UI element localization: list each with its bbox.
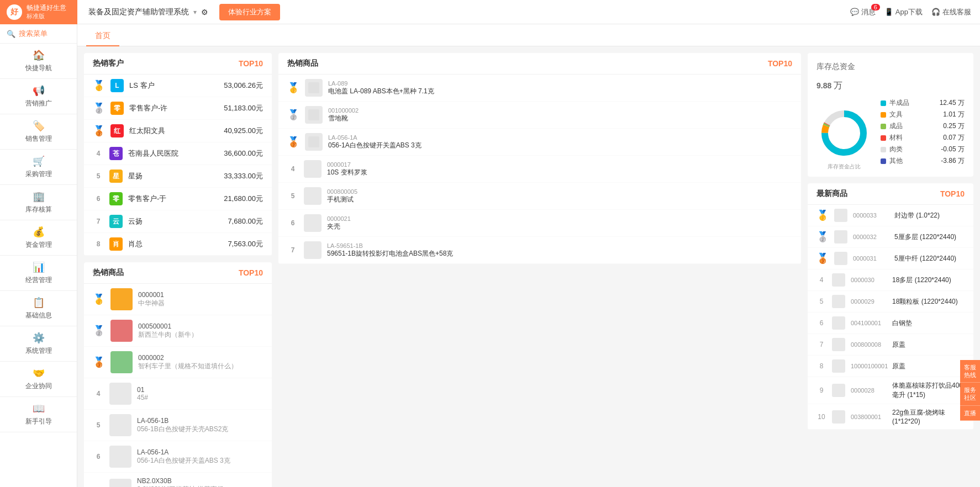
legend-color xyxy=(881,112,886,118)
legend-value: 1.01 万 xyxy=(934,110,965,119)
product-code: 0000032 xyxy=(853,234,889,240)
table-row: 🥇 L LS 客户 53,006.26元 xyxy=(84,75,272,97)
product-name: 智利车子里（规格不知道填什么） xyxy=(138,362,263,371)
product-top10-label: TOP10 xyxy=(768,59,792,68)
rank-number: 5 xyxy=(816,298,826,305)
logo-area: 好 畅捷通好生意 标准版 xyxy=(0,0,77,24)
product-thumbnail xyxy=(304,160,322,178)
legend-label: 成品 xyxy=(889,121,931,131)
product-name: 056-1B白色按键开关壳ABS2克 xyxy=(137,425,263,434)
customer-name: 零售客户-许 xyxy=(129,103,218,113)
list-item: 9 0000028 体脆嘉核味苏打饮品400毫升 (1*15) xyxy=(808,377,973,404)
table-row: 4 苍 苍南县人民医院 36,600.00元 xyxy=(84,142,272,165)
sidebar-item-cooperation[interactable]: 🤝 企业协同 xyxy=(0,362,77,397)
product-name: 2.0X30MM双搓花轴.搓花直径2.1MM/ROHS xyxy=(137,485,263,487)
service-community-button[interactable]: 服务社区 xyxy=(960,383,980,406)
product-code: 000500001 xyxy=(138,322,263,330)
gear-icon[interactable]: ⚙ xyxy=(201,8,208,17)
list-item: 6 004100001 白钢垫 xyxy=(808,313,973,334)
product-code: 003800001 xyxy=(851,414,887,420)
live-button[interactable]: 直播 xyxy=(960,406,980,421)
product-thumbnail xyxy=(305,133,323,151)
product-thumbnail xyxy=(832,295,845,308)
dropdown-arrow-icon[interactable]: ▾ xyxy=(193,8,197,16)
list-item: 5 0000029 18颗粒板 (1220*2440) xyxy=(808,291,973,313)
rank-number: 6 xyxy=(816,319,826,327)
table-row: 5 星 星扬 33,333.00元 xyxy=(84,165,272,188)
bronze-medal-icon: 🥉 xyxy=(93,356,105,368)
inventory-unit: 万 xyxy=(834,80,842,92)
product-thumbnail xyxy=(832,359,845,373)
sidebar-item-inventory[interactable]: 🏢 库存核算 xyxy=(0,185,77,220)
donut-chart: 库存资金占比 xyxy=(816,105,872,161)
list-item: 6 LA-056-1A 056-1A白色按键开关盖ABS 3克 xyxy=(84,441,272,473)
tab-home[interactable]: 首页 xyxy=(86,24,119,46)
product-code: 004100001 xyxy=(851,320,887,326)
sidebar-item-operations[interactable]: 📊 经营管理 xyxy=(0,256,77,291)
list-item: 8 10000100001 原盖 xyxy=(808,356,973,377)
product-ranking-header: 热销商品 TOP10 xyxy=(278,53,801,75)
app-download-button[interactable]: 📱 App下载 xyxy=(884,7,923,17)
product-code: 0000029 xyxy=(851,298,887,305)
sidebar-item-purchase[interactable]: 🛒 采购管理 xyxy=(0,150,77,185)
legend-item: 半成品 12.45 万 xyxy=(881,98,965,108)
sidebar-item-guide[interactable]: 📖 新手引导 xyxy=(0,397,77,432)
product-name: 手机测试 xyxy=(327,195,792,204)
message-button[interactable]: 💬 消息 6 xyxy=(850,7,876,17)
sidebar-item-quick-nav[interactable]: 🏠 快捷导航 xyxy=(0,44,77,79)
product-name: 5厘中纤 (1220*2440) xyxy=(894,254,965,263)
table-row: 7 云 云扬 7,680.00元 xyxy=(84,210,272,233)
sidebar-item-finance[interactable]: 💰 资金管理 xyxy=(0,220,77,256)
product-name: 中华神器 xyxy=(138,299,263,308)
legend-item: 肉类 -0.05 万 xyxy=(881,145,965,154)
customer-badge: 云 xyxy=(109,215,123,228)
table-row: 4 0000017 10S 变料罗浆 xyxy=(278,156,801,183)
rank-number: 6 xyxy=(93,195,104,203)
product-thumbnail xyxy=(109,479,131,488)
logo-icon: 好 xyxy=(7,4,22,20)
online-service-button[interactable]: 🎧 在线客服 xyxy=(931,7,971,17)
inventory-title: 库存总资金 xyxy=(816,62,965,72)
float-buttons: 客服热线 服务社区 直播 xyxy=(960,360,980,421)
customer-amount: 36,600.00元 xyxy=(224,149,263,158)
product-name: 新西兰牛肉（新牛） xyxy=(138,330,263,340)
table-row: 🥇 LA-089 电池盖 LA-089 ABS本色+黑种 7.1克 xyxy=(278,75,801,102)
search-icon: 🔍 xyxy=(7,30,15,38)
product-code: 0000002 xyxy=(138,354,263,362)
legend-item: 其他 -3.86 万 xyxy=(881,156,965,166)
rank-number: 7 xyxy=(287,246,298,254)
table-row: 🥉 红 红太阳文具 40,925.00元 xyxy=(84,120,272,142)
nav-tabs: 首页 xyxy=(77,24,980,46)
sidebar-item-basic[interactable]: 📋 基础信息 xyxy=(0,291,77,326)
list-item: 5 LA-056-1B 056-1B白色按键开关壳ABS2克 xyxy=(84,410,272,441)
product-code: 0000033 xyxy=(853,212,889,219)
list-item: 7 NB2.0X30B 2.0X30MM双搓花轴.搓花直径2.1MM/ROHS xyxy=(84,473,272,487)
trial-button[interactable]: 体验行业方案 xyxy=(219,4,280,20)
sidebar-item-sales[interactable]: 🏷️ 销售管理 xyxy=(0,114,77,150)
list-item: 🥉 0000002 智利车子里（规格不知道填什么） xyxy=(84,347,272,378)
silver-medal-icon: 🥈 xyxy=(93,102,105,114)
sidebar-item-marketing[interactable]: 📢 营销推广 xyxy=(0,79,77,114)
customer-service-button[interactable]: 客服热线 xyxy=(960,360,980,383)
gold-medal-icon: 🥇 xyxy=(287,82,299,94)
customer-name: 零售客户-于 xyxy=(128,194,218,204)
product-thumbnail xyxy=(304,187,322,205)
hot-products-header: 热销商品 TOP10 xyxy=(84,262,272,284)
legend-area: 半成品 12.45 万 文具 1.01 万 成品 0.25 万 xyxy=(881,98,965,168)
legend-label: 文具 xyxy=(889,110,931,119)
product-code: 10000100001 xyxy=(851,363,887,369)
gold-medal-icon: 🥇 xyxy=(816,209,829,221)
product-thumbnail xyxy=(304,241,322,259)
legend-value: 0.25 万 xyxy=(934,121,965,131)
customer-badge: 苍 xyxy=(109,147,123,160)
legend-color xyxy=(881,100,886,106)
legend-label: 其他 xyxy=(889,156,931,166)
search-menu-button[interactable]: 🔍 搜索菜单 xyxy=(0,24,77,44)
newest-products-title: 最新商品 xyxy=(816,189,847,199)
customer-badge: L xyxy=(110,79,124,92)
product-thumbnail xyxy=(832,384,845,397)
sidebar-item-system[interactable]: ⚙️ 系统管理 xyxy=(0,326,77,362)
product-info: 0000001 中华神器 xyxy=(138,291,263,308)
customer-name: 苍南县人民医院 xyxy=(128,149,218,158)
left-section: 热销客户 TOP10 🥇 L LS 客户 53,006.26元 🥈 零 零售客户… xyxy=(84,53,272,487)
